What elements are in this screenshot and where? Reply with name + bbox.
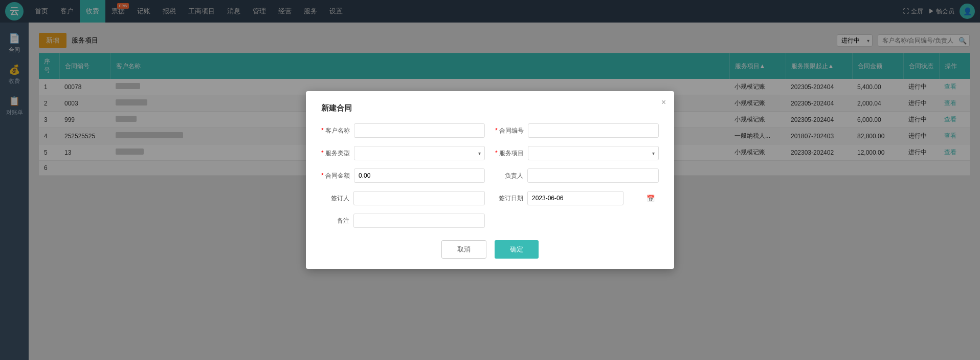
form-group-responsible: 负责人: [495, 168, 659, 183]
cancel-button[interactable]: 取消: [441, 240, 486, 259]
contract-no-label: 合同编号: [495, 126, 524, 135]
sign-date-label: 签订日期: [495, 194, 523, 203]
service-item-label: 服务项目: [495, 149, 524, 158]
form-group-service-item: 服务项目: [495, 146, 659, 160]
new-contract-dialog: 新建合同 × 客户名称 合同编号 服务类型: [306, 91, 674, 269]
amount-label: 合同金额: [321, 172, 350, 180]
contract-no-input[interactable]: [528, 123, 659, 138]
service-type-label: 服务类型: [321, 149, 350, 158]
signer-input[interactable]: [353, 191, 485, 205]
dialog-title: 新建合同: [321, 103, 659, 113]
sign-date-wrapper: 📅: [527, 191, 659, 205]
form-group-signer: 签订人: [321, 191, 485, 205]
form-group-service-type: 服务类型: [321, 146, 485, 160]
signer-label: 签订人: [321, 194, 349, 203]
service-type-select-wrapper: [354, 146, 485, 160]
service-item-select-wrapper: [528, 146, 659, 160]
dialog-footer: 取消 确定: [321, 240, 659, 259]
confirm-button[interactable]: 确定: [495, 240, 539, 259]
service-item-select[interactable]: [528, 146, 659, 160]
notes-label: 备注: [321, 217, 349, 225]
form-group-amount: 合同金额: [321, 168, 485, 183]
amount-input[interactable]: [354, 168, 485, 183]
form-group-customer: 客户名称: [321, 123, 485, 138]
form-row-4: 签订人 签订日期 📅: [321, 191, 659, 205]
dialog-close-button[interactable]: ×: [661, 98, 666, 107]
form-row-5: 备注: [321, 214, 659, 228]
responsible-input[interactable]: [527, 168, 659, 183]
form-group-notes: 备注: [321, 214, 485, 228]
calendar-icon[interactable]: 📅: [647, 195, 655, 202]
form-group-sign-date: 签订日期 📅: [495, 191, 659, 205]
customer-input[interactable]: [354, 123, 485, 138]
dialog-overlay: 新建合同 × 客户名称 合同编号 服务类型: [0, 0, 980, 360]
customer-label: 客户名称: [321, 126, 350, 135]
form-row-3: 合同金额 负责人: [321, 168, 659, 183]
responsible-label: 负责人: [495, 172, 523, 180]
notes-input[interactable]: [353, 214, 485, 228]
form-group-contract-no: 合同编号: [495, 123, 659, 138]
sign-date-input[interactable]: [527, 191, 623, 205]
service-type-select[interactable]: [354, 146, 485, 160]
form-row-1: 客户名称 合同编号: [321, 123, 659, 138]
form-row-2: 服务类型 服务项目: [321, 146, 659, 160]
